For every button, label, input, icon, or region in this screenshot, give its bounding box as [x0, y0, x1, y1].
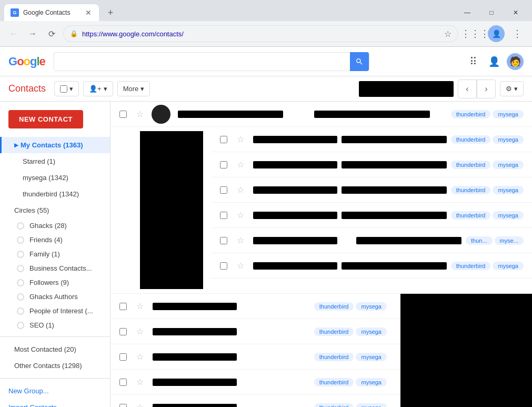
contacts-toolbar: Contacts ▾ 👤+ ▾ More ▾ ‹ › ⚙ ▾: [0, 76, 532, 102]
extensions-icon[interactable]: ⋮⋮⋮: [467, 25, 484, 42]
contact-name: [253, 212, 337, 219]
contact-tags: thunderbird mysega: [451, 161, 528, 169]
url-display: https://www.google.com/contacts/: [82, 30, 440, 38]
account-icon[interactable]: 👤: [486, 53, 503, 70]
table-row[interactable]: ☆ thunderbird mysega: [211, 253, 532, 279]
prev-page-btn[interactable]: ‹: [458, 80, 477, 98]
circle-dot-people-of-interest: [17, 307, 24, 315]
row-star-1[interactable]: ☆: [132, 109, 148, 119]
sidebar-circle-followers[interactable]: Followers (9): [0, 275, 110, 290]
tag-thunderbird: thunderbird: [451, 161, 491, 169]
contact-tags: thunderbird mysega: [314, 378, 391, 386]
row-checkbox[interactable]: [215, 136, 232, 143]
user-avatar[interactable]: 🧑: [507, 53, 524, 70]
back-btn[interactable]: ←: [6, 26, 21, 41]
chrome-menu-icon[interactable]: ⋮: [509, 25, 526, 42]
row-star[interactable]: ☆: [232, 134, 249, 144]
sidebar-new-group[interactable]: New Group...: [0, 383, 110, 399]
sidebar-item-my-contacts[interactable]: My Contacts (1363): [0, 137, 110, 153]
contact-tags-1: thunderbird mysega: [451, 110, 528, 118]
sidebar-divider-2: [0, 378, 110, 379]
table-row[interactable]: ☆ thunderbird mysega: [211, 203, 532, 228]
sidebar-circle-seo[interactable]: SEO (1): [0, 318, 110, 332]
close-btn[interactable]: ✕: [504, 2, 528, 23]
row-checkbox[interactable]: [215, 186, 232, 194]
sidebar-circle-ghacks[interactable]: Ghacks (28): [0, 219, 110, 233]
add-contact-btn[interactable]: 👤+ ▾: [83, 81, 113, 96]
sidebar-circle-family[interactable]: Family (1): [0, 247, 110, 261]
contact-name: [153, 303, 237, 310]
row-checkbox[interactable]: [215, 212, 232, 219]
contact-tags: thun... myse...: [466, 236, 528, 245]
sidebar-item-other-contacts[interactable]: Other Contacts (1298): [0, 358, 110, 374]
sidebar-circle-ghacks-authors[interactable]: Ghacks Authors: [0, 290, 110, 304]
row-star[interactable]: ☆: [232, 235, 249, 245]
sidebar-item-mysega[interactable]: mysega (1342): [0, 170, 110, 186]
table-row[interactable]: ☆ thunderbird mysega: [111, 102, 532, 127]
sidebar-item-thunderbird[interactable]: thunderbird (1342): [0, 186, 110, 202]
sidebar-item-most-contacted[interactable]: Most Contacted (20): [0, 341, 110, 358]
circles-label: Circles (55): [14, 206, 49, 214]
contacts-title: Contacts: [8, 83, 46, 94]
row-checkbox[interactable]: [215, 237, 232, 244]
row-checkbox-1[interactable]: [115, 111, 132, 118]
row-star[interactable]: ☆: [232, 185, 249, 195]
bookmark-icon[interactable]: ☆: [444, 29, 451, 39]
table-row[interactable]: ☆ thunderbird mysega: [211, 127, 532, 152]
followers-label: Followers (9): [29, 279, 69, 286]
row-star[interactable]: ☆: [232, 210, 249, 220]
sidebar-circle-friends[interactable]: Friends (4): [0, 233, 110, 247]
sidebar-item-starred[interactable]: Starred (1): [0, 153, 110, 170]
sidebar-circle-business[interactable]: Business Contacts...: [0, 261, 110, 275]
row-checkbox[interactable]: [215, 262, 232, 270]
contact-name-1: [174, 111, 314, 118]
sidebar-item-circles[interactable]: Circles (55): [0, 202, 110, 219]
sidebar-divider-1: [0, 336, 110, 337]
tag-mysega: mysega: [493, 186, 524, 194]
apps-icon[interactable]: ⠿: [465, 53, 481, 70]
reload-btn[interactable]: ⟳: [44, 26, 59, 41]
redacted-info-bar: [359, 81, 454, 97]
more-label: More: [123, 85, 139, 93]
row-star[interactable]: ☆: [232, 160, 249, 170]
profile-avatar[interactable]: 👤: [488, 25, 505, 42]
maximize-btn[interactable]: □: [479, 2, 504, 23]
new-contact-btn[interactable]: NEW CONTACT: [8, 110, 83, 128]
tag-mysega: mysega: [493, 135, 524, 144]
search-input[interactable]: [58, 57, 350, 66]
contact-email: [342, 186, 447, 194]
select-all-btn[interactable]: ▾: [54, 81, 79, 96]
search-bar[interactable]: [54, 52, 369, 71]
browser-header-icons: ⋮⋮⋮ 👤 ⋮: [467, 25, 526, 42]
row-star[interactable]: ☆: [232, 261, 249, 271]
google-logo: Google: [8, 55, 45, 68]
new-tab-btn[interactable]: +: [103, 5, 118, 20]
search-button[interactable]: [350, 52, 369, 71]
row-checkbox[interactable]: [215, 161, 232, 168]
contacts-list: ☆ thunderbird mysega: [111, 102, 532, 407]
my-contacts-label: My Contacts (1363): [21, 141, 83, 149]
tag-mysega: mysega: [493, 262, 524, 270]
contact-name: [253, 262, 337, 270]
active-tab[interactable]: G Google Contacts ✕: [4, 4, 99, 21]
select-chevron: ▾: [69, 85, 73, 93]
people-of-interest-label: People of Interest (...: [29, 307, 93, 315]
more-btn[interactable]: More ▾: [117, 81, 150, 96]
select-all-checkbox[interactable]: [60, 85, 67, 93]
minimize-btn[interactable]: —: [455, 2, 479, 23]
checkbox-1[interactable]: [119, 111, 127, 118]
next-page-btn[interactable]: ›: [477, 80, 496, 98]
tab-favicon: G: [11, 8, 19, 17]
settings-btn[interactable]: ⚙ ▾: [500, 81, 524, 96]
mysega-label: mysega (1342): [23, 174, 68, 182]
table-row[interactable]: ☆ thunderbird mysega: [211, 152, 532, 177]
settings-chevron: ▾: [514, 85, 518, 93]
sidebar-circle-people-of-interest[interactable]: People of Interest (...: [0, 304, 110, 318]
address-bar[interactable]: 🔒 https://www.google.com/contacts/ ☆: [63, 25, 458, 42]
table-row[interactable]: ☆ thunderbird mysega: [211, 177, 532, 203]
forward-btn[interactable]: →: [25, 26, 40, 41]
sidebar-import-contacts[interactable]: Import Contacts...: [0, 399, 110, 407]
tab-close-btn[interactable]: ✕: [84, 8, 93, 17]
circle-dot-ghacks-authors: [17, 293, 24, 301]
table-row[interactable]: ☆ thun... myse...: [211, 228, 532, 253]
